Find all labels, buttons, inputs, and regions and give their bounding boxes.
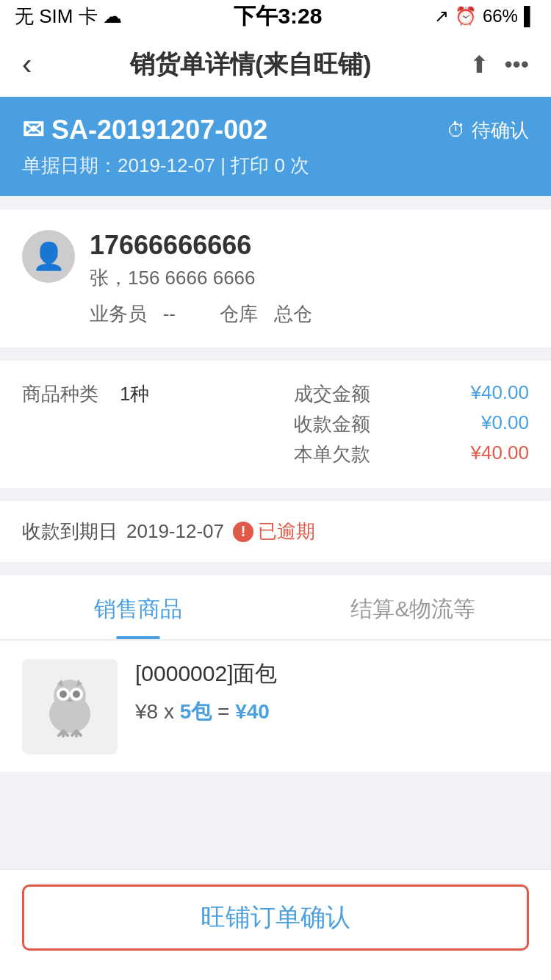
transaction-label: 成交金额 — [294, 381, 370, 407]
more-icon[interactable]: ••• — [504, 51, 529, 78]
product-price: ¥8 x 5包 = ¥40 — [135, 698, 529, 726]
clock-icon: ⏱ — [447, 119, 466, 142]
debt-value: ¥40.00 — [470, 442, 529, 467]
summary-right: 成交金额 ¥40.00 收款金额 ¥0.00 本单欠款 ¥40.00 — [294, 381, 529, 467]
status-text: 待确认 — [472, 118, 529, 143]
back-button[interactable]: ‹ — [22, 48, 32, 81]
warehouse-label: 仓库 总仓 — [220, 301, 312, 327]
sales-label: 业务员 -- — [90, 301, 176, 327]
share-icon[interactable]: ⬆ — [469, 51, 489, 79]
product-type-value: 1种 — [120, 383, 149, 405]
due-date-card: 收款到期日 2019-12-07 ! 已逾期 — [0, 501, 551, 562]
due-date-label: 收款到期日 — [22, 519, 118, 544]
customer-meta: 业务员 -- 仓库 总仓 — [90, 301, 529, 327]
payment-amount: 收款金额 ¥0.00 — [294, 411, 529, 437]
tab-settlement[interactable]: 结算&物流等 — [276, 575, 551, 639]
debt-label: 本单欠款 — [294, 442, 370, 467]
status-bar-time: 下午3:28 — [234, 1, 322, 32]
order-date: 单据日期：2019-12-07 | 打印 0 次 — [22, 153, 529, 179]
debt-amount: 本单欠款 ¥40.00 — [294, 442, 529, 467]
tab-sales-product[interactable]: 销售商品 — [0, 575, 276, 639]
payment-value: ¥0.00 — [481, 411, 529, 437]
payment-label: 收款金额 — [294, 411, 370, 437]
confirm-button-wrapper: 旺铺订单确认 — [0, 869, 551, 980]
summary-card: 商品种类 1种 成交金额 ¥40.00 收款金额 ¥0.00 本单欠款 ¥40.… — [0, 361, 551, 488]
product-card: [0000002]面包 ¥8 x 5包 = ¥40 — [0, 641, 551, 772]
order-header: ✉ SA-20191207-002 ⏱ 待确认 单据日期：2019-12-07 … — [0, 97, 551, 196]
summary-left: 商品种类 1种 — [22, 381, 149, 407]
transaction-amount: 成交金额 ¥40.00 — [294, 381, 529, 407]
order-envelope-icon: ✉ — [22, 115, 44, 145]
product-thumbnail — [22, 659, 118, 754]
order-id-row: ✉ SA-20191207-002 — [22, 115, 267, 145]
product-total: ¥40 — [235, 700, 270, 723]
page-title: 销货单详情(来自旺铺) — [130, 48, 372, 82]
product-quantity: 5包 — [180, 700, 212, 723]
due-date-value: 2019-12-07 — [126, 520, 224, 543]
no-sim-text: 无 SIM 卡 ☁ — [15, 4, 122, 29]
equals-sign: = — [212, 700, 235, 723]
nav-actions: ⬆ ••• — [469, 51, 529, 79]
price-formula: ¥8 x — [135, 700, 180, 723]
customer-details: 17666666666 张，156 6666 6666 业务员 -- 仓库 总仓 — [90, 230, 529, 327]
customer-name: 张，156 6666 6666 — [90, 265, 529, 291]
battery-icon: ▌ — [524, 6, 536, 26]
status-bar-right: ↗ ⏰ 66% ▌ — [434, 6, 536, 26]
confirm-order-button[interactable]: 旺铺订单确认 — [22, 884, 529, 951]
transaction-value: ¥40.00 — [470, 381, 529, 407]
order-status: ⏱ 待确认 — [447, 118, 529, 143]
product-type-label: 商品种类 — [22, 383, 98, 405]
overdue-text: 已逾期 — [258, 519, 315, 544]
avatar: 👤 — [22, 230, 75, 283]
alarm-icon: ⏰ — [455, 6, 477, 26]
product-name: [0000002]面包 — [135, 659, 529, 689]
customer-card: 👤 17666666666 张，156 6666 6666 业务员 -- 仓库 … — [0, 209, 551, 347]
status-bar: 无 SIM 卡 ☁ 下午3:28 ↗ ⏰ 66% ▌ — [0, 0, 551, 32]
svg-point-4 — [60, 691, 67, 698]
avatar-icon: 👤 — [32, 241, 65, 272]
tabs-bar: 销售商品 结算&物流等 — [0, 575, 551, 640]
battery-text: 66% — [483, 6, 518, 26]
order-id-text: SA-20191207-002 — [51, 115, 267, 145]
svg-point-5 — [73, 691, 80, 698]
nav-bar: ‹ 销货单详情(来自旺铺) ⬆ ••• — [0, 32, 551, 97]
overdue-icon: ! — [233, 522, 253, 542]
product-info: [0000002]面包 ¥8 x 5包 = ¥40 — [135, 659, 529, 754]
customer-phone: 17666666666 — [90, 230, 529, 261]
status-bar-left: 无 SIM 卡 ☁ — [15, 4, 122, 29]
arrow-icon: ↗ — [434, 6, 449, 26]
overdue-badge: ! 已逾期 — [233, 519, 315, 544]
product-owl-icon — [37, 674, 103, 740]
